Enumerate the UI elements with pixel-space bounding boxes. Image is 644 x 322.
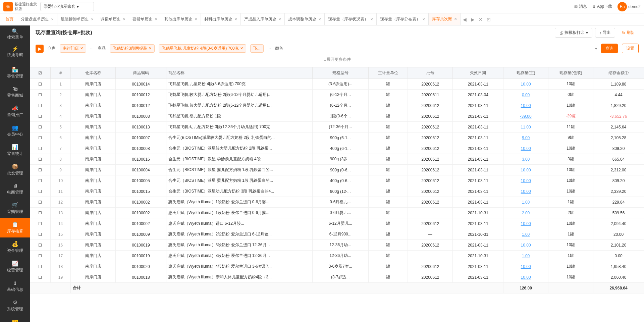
warehouse-tag-remove[interactable]: ✕ — [80, 46, 83, 51]
message-btn[interactable]: ✉ 消息 — [574, 4, 587, 9]
row-stock-main-10[interactable]: 10.00 — [503, 186, 548, 197]
export-btn[interactable]: ↑ 导出 — [595, 28, 615, 38]
row-check-1[interactable]: ☐ — [30, 90, 50, 100]
tab-cailiao[interactable]: 材料出库单历史 ✕ — [201, 13, 241, 25]
product-tag-2-remove[interactable]: ✕ — [240, 46, 243, 51]
tab-close-icon[interactable]: ✕ — [155, 17, 157, 21]
user-menu[interactable]: Ea demo2 — [618, 2, 641, 11]
row-stock-main-4[interactable]: 11.00 — [503, 122, 548, 132]
row-check-8[interactable]: ☐ — [30, 165, 50, 175]
tab-prev-btn[interactable]: ◀ — [461, 13, 469, 25]
row-check-6[interactable]: ☐ — [30, 143, 50, 154]
tab-close-icon[interactable]: ✕ — [51, 17, 54, 21]
warehouse-more[interactable]: ··· — [90, 46, 94, 51]
product-more[interactable]: ··· — [268, 46, 271, 51]
row-stock-main-11[interactable]: 1.00 — [503, 197, 548, 208]
row-check-10[interactable]: ☐ — [30, 186, 50, 197]
row-stock-main-3[interactable]: -39.00 — [503, 111, 548, 122]
tab-close-icon[interactable]: ✕ — [454, 17, 457, 21]
sidebar-item-2[interactable]: 📣营销推广 — [0, 102, 30, 121]
row-stock-main-18[interactable]: 10.00 — [503, 272, 548, 283]
tab-home[interactable]: 首页 — [1, 13, 17, 25]
filter-toggle-btn[interactable]: ▶ — [36, 45, 44, 53]
row-stock-main-13[interactable]: 10.00 — [503, 218, 548, 229]
sidebar-item-10[interactable]: 📈经营管理 — [0, 257, 30, 276]
row-check-4[interactable]: ☐ — [30, 122, 50, 132]
tab-chancheng[interactable]: 产成品入库单历史 ✕ — [241, 13, 285, 25]
tab-qitachuku[interactable]: 其他出库单历史 ✕ — [161, 13, 201, 25]
row-check-9[interactable]: ☐ — [30, 175, 50, 186]
row-check-0[interactable]: ☐ — [30, 79, 50, 90]
tab-diaob[interactable]: 调拨单历史 ✕ — [97, 13, 129, 25]
tab-close-icon[interactable]: ✕ — [234, 17, 237, 21]
row-check-3[interactable]: ☐ — [30, 111, 50, 122]
tab-yaohuo[interactable]: 要货单历史 ✕ — [129, 13, 161, 25]
sidebar-item-9[interactable]: 💰资金管理 — [0, 237, 30, 257]
row-stock-main-5[interactable]: 9.00 — [503, 132, 548, 143]
row-stock-main-7[interactable]: 3.00 — [503, 154, 548, 165]
row-check-18[interactable]: ☐ — [30, 272, 50, 283]
tab-fenpan[interactable]: 分量盘点单历史 ✕ — [17, 13, 57, 25]
row-check-5[interactable]: ☐ — [30, 132, 50, 143]
tab-close-icon[interactable]: ✕ — [318, 17, 321, 21]
product-tag-1-remove[interactable]: ✕ — [149, 46, 152, 51]
tab-expand-btn[interactable]: ⊡ — [485, 13, 493, 25]
tab-close-icon[interactable]: ✕ — [123, 17, 125, 21]
tab-xiancun2[interactable]: 现存量（库存分布表） ✕ — [377, 13, 429, 25]
tab-close-icon[interactable]: ✕ — [278, 17, 281, 21]
col-check-header[interactable]: ☑ — [30, 67, 50, 79]
sidebar-item-12[interactable]: ⚙系统管理 — [0, 296, 30, 315]
tab-kucun-active[interactable]: 库存批次账 ✕ — [429, 13, 461, 25]
tab-close-icon[interactable]: ✕ — [195, 17, 197, 21]
row-stock-main-12[interactable]: 2.00 — [503, 208, 548, 218]
print-btn[interactable]: 🖨 按模板打印 ▾ — [555, 28, 592, 38]
search-btn[interactable]: 查询 — [601, 44, 618, 53]
sidebar-item-3[interactable]: 👥会员中心 — [0, 121, 30, 141]
row-stock-main-2[interactable]: 10.00 — [503, 100, 548, 111]
sidebar-item-0[interactable]: 🏪零售管理 — [0, 63, 30, 83]
row-check-7[interactable]: ☐ — [30, 154, 50, 165]
row-stock-main-8[interactable]: 10.00 — [503, 165, 548, 175]
row-check-12[interactable]: ☐ — [30, 208, 50, 218]
row-stock-main-16[interactable]: 1.00 — [503, 251, 548, 261]
row-check-14[interactable]: ☐ — [30, 229, 50, 240]
sidebar-item-6[interactable]: 🖥电商管理 — [0, 179, 30, 199]
sidebar-item-11[interactable]: ℹ基础信息 — [0, 276, 30, 296]
tab-next-btn[interactable]: ▶ — [469, 13, 477, 25]
sidebar-item-7[interactable]: 🛒采购管理 — [0, 199, 30, 218]
sidebar-quick-nav[interactable]: ⚡ 快捷导航 — [0, 43, 30, 60]
settings-btn[interactable]: 设置 — [622, 44, 639, 53]
app-download-btn[interactable]: ⬇ App下载 — [592, 4, 612, 9]
refresh-btn[interactable]: ↻ 刷新 — [618, 28, 639, 37]
row-stock-main-9[interactable]: 10.00 — [503, 175, 548, 186]
tab-close-icon[interactable]: ✕ — [91, 17, 94, 21]
row-check-13[interactable]: ☐ — [30, 218, 50, 229]
row-check-11[interactable]: ☐ — [30, 197, 50, 208]
org-selector[interactable]: 母婴行业演示账套 ▾ — [40, 2, 94, 11]
row-check-16[interactable]: ☐ — [30, 251, 50, 261]
row-check-17[interactable]: ☐ — [30, 261, 50, 272]
row-stock-main-17[interactable]: 10.00 — [503, 261, 548, 272]
sidebar-item-1[interactable]: 🛍零售商城 — [0, 83, 30, 102]
sidebar-item-13[interactable]: 🤝企业协同 — [0, 315, 30, 322]
row-stock-main-6[interactable]: 10.00 — [503, 143, 548, 154]
tab-zuzhuang[interactable]: 组装拆卸单历史 ✕ — [57, 13, 97, 25]
tab-close-icon[interactable]: ✕ — [370, 17, 373, 21]
row-stock-main-15[interactable]: 10.00 — [503, 240, 548, 251]
row-check-15[interactable]: ☐ — [30, 240, 50, 251]
row-check-2[interactable]: ☐ — [30, 100, 50, 111]
row-stock-main-1[interactable]: 0.00 — [503, 90, 548, 100]
sidebar-item-5[interactable]: 📦批发管理 — [0, 160, 30, 179]
tab-close-icon[interactable]: ✕ — [422, 17, 425, 21]
sidebar-search[interactable]: 🔍 搜索菜单 — [0, 25, 30, 43]
table-container[interactable]: ☑ # 仓库名称 商品编码 商品名称 规格型号 主计量单位 批号 失效日期 现存… — [30, 67, 644, 322]
tab-close-all-btn[interactable]: ✕ — [477, 13, 485, 25]
tab-chengben[interactable]: 成本调整单历史 ✕ — [285, 13, 325, 25]
row-stock-main-14[interactable]: 1.00 — [503, 229, 548, 240]
color-expand-icon[interactable]: ▾ — [595, 46, 597, 51]
sidebar-item-8[interactable]: 📋库存核算 — [0, 218, 30, 237]
filter-expand[interactable]: ⌄ 展开更多条件 — [36, 55, 639, 64]
sidebar-item-4[interactable]: 📊零售统计 — [0, 141, 30, 160]
row-stock-main-0[interactable]: 10.00 — [503, 79, 548, 90]
tab-xiancun1[interactable]: 现存量（库存状况表） ✕ — [325, 13, 377, 25]
